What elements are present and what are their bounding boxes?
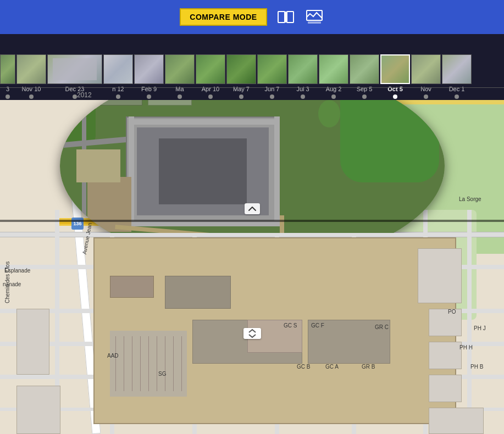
header-bar: COMPARE MODE (0, 0, 504, 34)
divider-handle[interactable] (243, 328, 261, 339)
year-label: 2012 (77, 91, 92, 99)
timeline-thumb-mar[interactable]: Ma (165, 54, 195, 100)
compare-mode-button[interactable]: COMPARE MODE (180, 8, 267, 26)
gallery-icon[interactable] (304, 7, 324, 27)
map-label-nanade: nanade (3, 281, 21, 287)
svg-rect-0 (278, 12, 285, 23)
map-label-gcs: GC S (284, 322, 297, 329)
map-label-po: PO (448, 309, 456, 315)
map-label-phh: PH H (459, 344, 473, 350)
map-label-phb: PH B (470, 364, 483, 370)
map-label-aad: AAD (107, 353, 119, 359)
split-view-icon[interactable] (276, 7, 296, 27)
timeline-thumb-jun7[interactable]: Jun 7 (257, 54, 287, 100)
svg-rect-4 (308, 21, 321, 24)
timeline-thumb-jan12[interactable]: n 12 (103, 54, 133, 100)
timeline-thumb-apr10[interactable]: Apr 10 (196, 54, 225, 100)
map-label-grc: GR C (375, 324, 389, 330)
map-container: 136 La Sorge Avenue Jean Chemin des Clos… (0, 100, 504, 434)
timeline-thumb-nov[interactable]: Nov (411, 54, 441, 100)
timeline-thumb-aug2[interactable]: Aug 2 (319, 54, 348, 100)
timeline-thumb-sep5[interactable]: Sep 5 (350, 54, 379, 100)
timeline-thumb-oct5[interactable]: Oct 5 (380, 54, 410, 100)
timeline-thumb-dec23[interactable]: Dec 23 (47, 54, 102, 100)
map-label-gcb: GC B (297, 364, 310, 370)
svg-rect-1 (287, 12, 293, 23)
map-label-grb: GR B (362, 364, 375, 370)
timeline-strip: 3 Nov 10 Dec 23 n 12 Feb 9 (0, 34, 504, 100)
timeline-thumb-nov10[interactable]: Nov 10 (16, 54, 46, 100)
compare-divider (0, 220, 504, 222)
timeline-thumb-oct3[interactable]: 3 (0, 54, 15, 100)
map-label-sg: SG (158, 371, 166, 377)
timeline-thumb-dec1[interactable]: Dec 1 (442, 54, 472, 100)
timeline-thumb-may7[interactable]: May 7 (226, 54, 256, 100)
timeline-thumb-jul3[interactable]: Jul 3 (288, 54, 318, 100)
map-label-gcf: GC F (311, 322, 324, 329)
collapse-top-button[interactable] (245, 203, 260, 214)
map-label-phj: PH J (474, 325, 486, 331)
timeline-thumb-feb9[interactable]: Feb 9 (134, 54, 164, 100)
map-label-esplanade: Esplanade (4, 268, 30, 274)
map-label-gca: GC A (325, 364, 339, 370)
timeline-thumbnails: 3 Nov 10 Dec 23 n 12 Feb 9 (0, 34, 472, 100)
